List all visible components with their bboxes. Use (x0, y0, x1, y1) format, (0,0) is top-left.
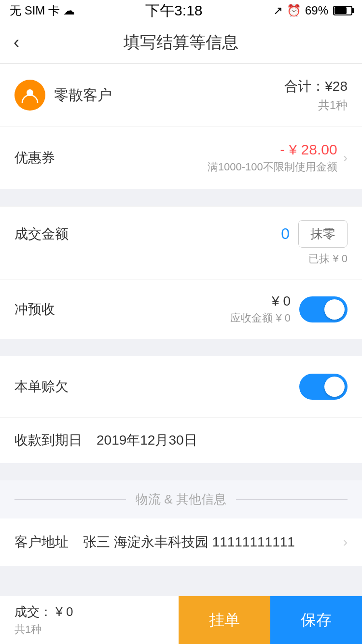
address-section: 客户地址 张三 海淀永丰科技园 11111111111 › (0, 518, 362, 566)
customer-avatar (14, 80, 45, 111)
battery-label: 69% (305, 4, 328, 17)
back-button[interactable]: ‹ (14, 32, 19, 53)
prepaid-label: 冲预收 (14, 300, 55, 319)
logistics-line-right (236, 499, 348, 500)
logistics-header: 物流 & 其他信息 (0, 480, 362, 518)
address-chevron-icon: › (343, 534, 348, 550)
coupon-right: - ¥ 28.00 满1000-100不限制使用金额 › (208, 141, 348, 174)
debt-label: 本单赊欠 (14, 378, 69, 396)
status-time: 下午3:18 (145, 1, 202, 21)
sim-label: 无 SIM 卡 ☁ (10, 3, 75, 18)
chevron-right-icon: › (343, 150, 348, 166)
bottom-summary: 成交： ¥ 0 共1种 (0, 596, 179, 644)
section-divider-1 (0, 197, 362, 206)
page-title: 填写结算等信息 (124, 31, 238, 54)
debt-row: 本单赊欠 (0, 356, 362, 417)
debt-toggle[interactable] (299, 374, 348, 400)
transaction-right: 0 抹零 (281, 220, 348, 248)
customer-section: 零散客户 合计：¥28 共1种 优惠券 - ¥ 28.00 满1000-100不… (0, 64, 362, 189)
address-row[interactable]: 客户地址 张三 海淀永丰科技园 11111111111 › (0, 518, 362, 566)
customer-row: 零散客户 合计：¥28 共1种 (0, 64, 362, 126)
transaction-sub: 已抹 ¥ 0 (14, 252, 348, 266)
prepaid-right: ¥ 0 应收金额 ¥ 0 (230, 294, 348, 325)
prepaid-amounts: ¥ 0 应收金额 ¥ 0 (230, 294, 291, 325)
deal-label: 成交： (14, 604, 52, 619)
address-label: 客户地址 (14, 533, 69, 551)
summary-total: 合计：¥28 (284, 77, 348, 96)
prepaid-toggle[interactable] (299, 296, 348, 322)
prepaid-sub-amount: 应收金额 ¥ 0 (230, 311, 291, 325)
prepaid-main-amount: ¥ 0 (230, 294, 291, 309)
coupon-label: 优惠券 (14, 149, 55, 167)
toggle-knob (324, 299, 345, 320)
duedate-value: 2019年12月30日 (97, 431, 197, 449)
section-divider-3 (0, 472, 362, 480)
location-icon: ↗ (273, 4, 283, 17)
coupon-desc: 满1000-100不限制使用金额 (208, 160, 337, 174)
coupon-info: - ¥ 28.00 满1000-100不限制使用金额 (208, 141, 337, 174)
customer-name: 零散客户 (54, 85, 112, 105)
duedate-row: 收款到期日 2019年12月30日 (0, 417, 362, 463)
main-content: 零散客户 合计：¥28 共1种 优惠券 - ¥ 28.00 满1000-100不… (0, 64, 362, 628)
round-button[interactable]: 抹零 (298, 220, 348, 248)
section-divider-2 (0, 348, 362, 356)
address-value: 张三 海淀永丰科技园 11111111111 (83, 533, 343, 551)
status-left: 无 SIM 卡 ☁ (10, 3, 75, 18)
summary-count: 共1种 (284, 98, 348, 113)
alarm-icon: ⏰ (287, 4, 301, 17)
coupon-row[interactable]: 优惠券 - ¥ 28.00 满1000-100不限制使用金额 › (0, 126, 362, 189)
prepaid-row: 冲预收 ¥ 0 应收金额 ¥ 0 (0, 280, 362, 339)
customer-left: 零散客户 (14, 80, 112, 111)
deal-value: ¥ 0 (56, 604, 73, 619)
logistics-label: 物流 & 其他信息 (136, 491, 226, 508)
bottom-deal: 成交： ¥ 0 (14, 603, 164, 620)
save-button[interactable]: 保存 (270, 596, 362, 644)
coupon-amount: - ¥ 28.00 (208, 141, 337, 158)
logistics-line-left (14, 499, 126, 500)
transaction-value[interactable]: 0 (281, 225, 290, 243)
battery-icon (333, 6, 352, 15)
duedate-label: 收款到期日 (14, 431, 82, 449)
save-button-label: 保存 (301, 610, 332, 631)
transaction-row: 成交金额 0 抹零 已抹 ¥ 0 (0, 206, 362, 280)
transaction-label: 成交金额 (14, 225, 69, 243)
transaction-section: 成交金额 0 抹零 已抹 ¥ 0 冲预收 ¥ 0 应收金额 ¥ 0 (0, 206, 362, 339)
debt-section: 本单赊欠 收款到期日 2019年12月30日 (0, 356, 362, 463)
nav-bar: ‹ 填写结算等信息 (0, 21, 362, 64)
hold-button[interactable]: 挂单 (179, 596, 270, 644)
hold-button-label: 挂单 (209, 610, 240, 631)
transaction-top: 成交金额 0 抹零 (14, 220, 348, 248)
customer-summary: 合计：¥28 共1种 (284, 77, 348, 113)
bottom-bar: 成交： ¥ 0 共1种 挂单 保存 (0, 596, 362, 644)
debt-toggle-knob (324, 377, 345, 397)
bottom-count: 共1种 (14, 622, 164, 637)
status-bar: 无 SIM 卡 ☁ 下午3:18 ↗ ⏰ 69% (0, 0, 362, 21)
status-right: ↗ ⏰ 69% (273, 4, 352, 17)
prepaid-top: 冲预收 ¥ 0 应收金额 ¥ 0 (14, 294, 348, 325)
